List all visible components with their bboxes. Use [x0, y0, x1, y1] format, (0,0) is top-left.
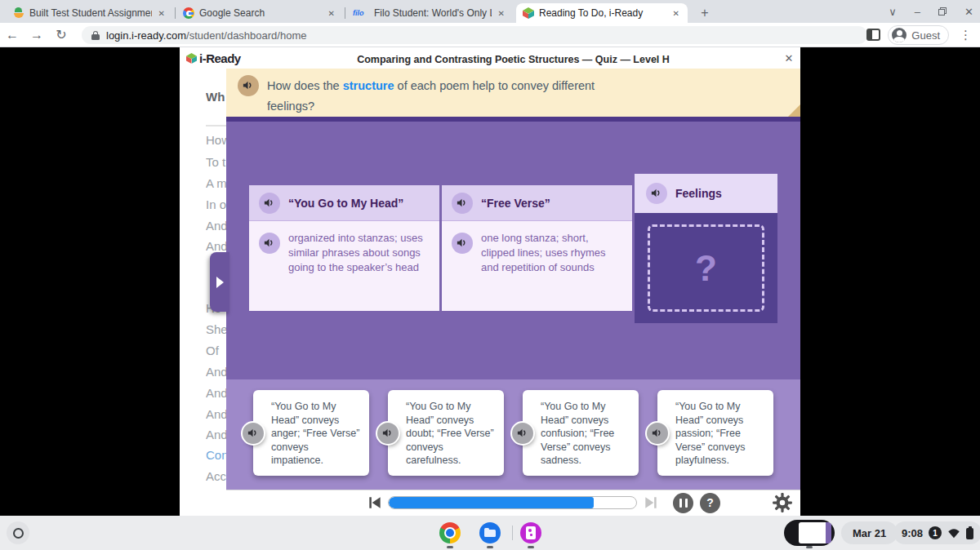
folder-icon [484, 530, 496, 537]
tab-separator [345, 7, 345, 19]
answer-card[interactable]: “You Go to My Head” conveys confusion; “… [523, 390, 639, 476]
answer-card[interactable]: “You Go to My Head” conveys passion; “Fr… [657, 390, 773, 476]
tab-filo[interactable]: filo Filo Student: World's Only Live In … [346, 3, 513, 23]
reload-icon[interactable]: ↻ [49, 27, 74, 42]
column-cell: one long stanza; short, clipped lines; u… [442, 221, 632, 311]
answer-speaker-icon[interactable] [243, 423, 264, 444]
column-header-label: Feelings [675, 187, 722, 200]
quiz-close-icon[interactable]: ✕ [781, 51, 797, 67]
side-panel-icon[interactable] [866, 29, 880, 41]
tab-google-search[interactable]: Google Search ✕ [176, 3, 343, 23]
screencast-app-icon[interactable] [520, 522, 541, 543]
tab-close-icon[interactable]: ✕ [671, 9, 681, 18]
header-speaker-icon[interactable] [259, 193, 280, 214]
progress-fill [389, 497, 594, 508]
table-column-you-go-to-my-head: “You Go to My Head” organized into stanz… [249, 185, 439, 311]
iready-logo-icon [186, 53, 197, 64]
tab-built-test[interactable]: Built Test Student Assignment - S ✕ [7, 3, 173, 23]
help-button[interactable]: ? [700, 493, 720, 513]
drop-zone[interactable]: ? [648, 224, 764, 312]
cell-speaker-icon[interactable] [259, 233, 280, 254]
skip-forward-icon[interactable] [643, 495, 659, 511]
answer-text: “You Go to My Head” conveys confusion; “… [541, 401, 614, 466]
page-text-fragment: Of [206, 344, 227, 357]
iready-favicon-icon [523, 7, 534, 19]
page-link-fragment[interactable]: Con [206, 448, 227, 462]
question-speaker-icon[interactable] [238, 75, 259, 96]
running-indicator [487, 546, 493, 548]
clock-label: 9:08 [902, 527, 923, 539]
answer-speaker-icon[interactable] [647, 423, 668, 444]
filo-favicon-icon: filo [353, 7, 369, 19]
running-indicator [528, 546, 534, 548]
page-text-fragment: In o [206, 197, 227, 211]
tab-title: Filo Student: World's Only Live In [374, 7, 492, 19]
answer-card[interactable]: “You Go to My Head” conveys anger; “Free… [253, 390, 369, 476]
player-bar: ? [226, 490, 800, 514]
files-app-icon[interactable] [479, 522, 501, 543]
placeholder-question-mark: ? [695, 248, 717, 289]
browser-menu-icon[interactable]: ⋮ [960, 28, 972, 42]
screen: Built Test Student Assignment - S ✕ Goog… [0, 0, 980, 550]
answer-text: “You Go to My Head” conveys doubt; “Free… [406, 401, 494, 466]
chrome-app-icon[interactable] [439, 522, 461, 543]
tab-title: Reading To Do, i-Ready [539, 7, 666, 19]
tab-close-icon[interactable]: ✕ [157, 9, 167, 18]
column-cell: organized into stanzas; uses similar phr… [249, 221, 439, 311]
shelf-separator [512, 526, 513, 540]
column-header: “Free Verse” [442, 185, 632, 221]
date-label: Mar 21 [853, 527, 886, 539]
new-tab-button[interactable]: + [696, 4, 714, 22]
page-text-fragment: To t [206, 155, 227, 169]
page-curl-icon [788, 104, 800, 117]
url-field[interactable]: login.i-ready.com/student/dashboard/home [82, 26, 867, 44]
page-text-fragment: And [206, 428, 227, 441]
launcher-button[interactable] [7, 521, 29, 544]
tab-search-chevron-icon[interactable]: ∨ [889, 6, 897, 18]
chromeos-shelf: Mar 21 9:08 1 [0, 516, 980, 550]
page-text-fragment: A m [206, 176, 227, 190]
header-speaker-icon[interactable] [646, 183, 667, 204]
restore-icon[interactable] [938, 7, 947, 16]
minimize-icon[interactable]: – [915, 6, 920, 18]
answer-text: “You Go to My Head” conveys anger; “Free… [271, 401, 359, 466]
back-icon[interactable]: ← [0, 28, 24, 42]
page-text-fragment: Wh [206, 90, 227, 104]
window-close-icon[interactable]: ✕ [964, 6, 973, 18]
battery-icon [966, 528, 973, 539]
page-text-fragment: And [206, 386, 227, 400]
answer-card[interactable]: “You Go to My Head” conveys doubt; “Free… [388, 390, 504, 476]
date-pill[interactable]: Mar 21 [841, 521, 898, 544]
page-divider [206, 125, 227, 126]
cell-speaker-icon[interactable] [452, 233, 473, 254]
forward-icon[interactable]: → [24, 28, 49, 42]
running-indicator [447, 546, 453, 548]
pause-button[interactable] [673, 493, 693, 513]
column-header: “You Go to My Head” [249, 185, 439, 221]
answer-speaker-icon[interactable] [512, 423, 533, 444]
tab-iready-active[interactable]: Reading To Do, i-Ready ✕ [516, 3, 688, 23]
skip-back-icon[interactable] [367, 495, 383, 511]
table-column-feelings: Feelings ? [635, 174, 777, 323]
answer-speaker-icon[interactable] [377, 423, 399, 444]
page-text-fragment: And [206, 365, 227, 379]
tab-close-icon[interactable]: ✕ [327, 9, 336, 18]
cell-text: one long stanza; short, clipped lines; u… [481, 231, 622, 311]
progress-bar[interactable] [388, 496, 637, 509]
profile-button[interactable]: Guest [888, 25, 949, 45]
page-text-fragment: And [206, 239, 227, 253]
settings-gear-icon[interactable] [772, 492, 793, 513]
slideout-tab-button[interactable] [210, 252, 229, 312]
window-preview-thumbnail[interactable] [784, 520, 835, 546]
vocab-highlight[interactable]: structure [343, 79, 394, 92]
page-text-fragment: She [206, 322, 227, 336]
notification-badge: 1 [929, 526, 942, 539]
page-text-fragment: How [206, 133, 227, 147]
tab-close-icon[interactable]: ✕ [497, 9, 506, 18]
drop-area: ? [635, 213, 777, 323]
status-tray[interactable]: 9:08 1 [893, 521, 980, 544]
url-host: login.i-ready.com [106, 29, 186, 42]
lock-icon[interactable] [91, 31, 100, 40]
launcher-icon [13, 528, 24, 539]
header-speaker-icon[interactable] [452, 193, 473, 214]
